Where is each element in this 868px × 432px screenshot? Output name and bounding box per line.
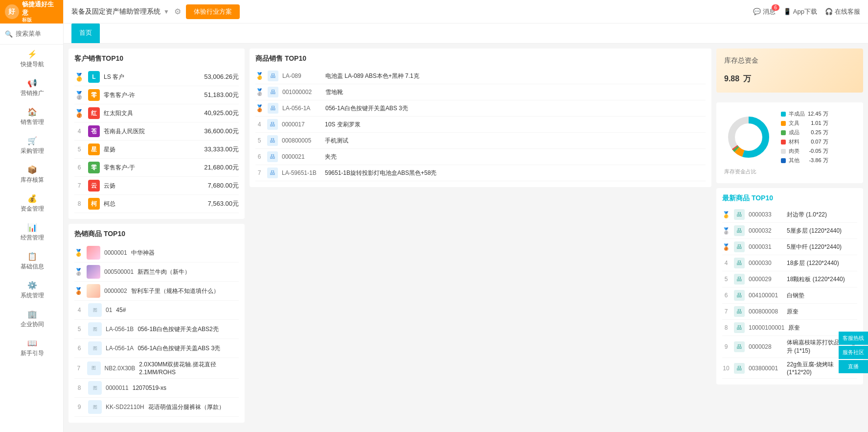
- customer-rank-item[interactable]: 7 云 云扬 7,680.00元: [74, 177, 239, 195]
- product-icon: 品: [268, 71, 278, 81]
- customer-rank-item[interactable]: 🥈 零 零售客户-许 51,183.00元: [74, 86, 239, 104]
- newest-code: 0000031: [749, 243, 783, 250]
- messages-btn[interactable]: 💬 消息 6: [753, 7, 776, 16]
- medal-icon: 🥈: [255, 88, 264, 96]
- medal-icon: 🥇: [255, 72, 264, 80]
- hot-product-item[interactable]: 7 图 NB2.0X30B 2.0X30MM双搓花轴.搓花直径2.1MM/ROH…: [74, 358, 239, 379]
- customer-list: 🥇 L LS 客户 53,006.26元 🥈 零 零售客户-许 51,183.0…: [74, 68, 239, 213]
- newest-product-item[interactable]: 🥈 品 0000032 5厘多层 (1220*2440): [722, 223, 857, 239]
- sidebar-item-system[interactable]: ⚙️ 系统管理: [0, 276, 63, 305]
- rank-number: 7: [255, 169, 263, 176]
- customer-rank-item[interactable]: 4 苍 苍南县人民医院 36,600.00元: [74, 122, 239, 141]
- system-icon: ⚙️: [27, 281, 37, 290]
- settings-icon[interactable]: ⚙: [174, 7, 181, 16]
- hot-product-item[interactable]: 5 图 LA-056-1B 056-1B白色按键开关盒ABS2壳: [74, 320, 239, 339]
- hot-code: LA-056-1B: [106, 326, 134, 333]
- product-rank-item[interactable]: 🥈 品 001000002 雪地靴: [255, 84, 706, 100]
- operation-label: 经营管理: [21, 234, 44, 242]
- sidebar-search[interactable]: 🔍 搜索菜单: [0, 24, 63, 45]
- newest-code: 10000100001: [749, 324, 784, 331]
- dropdown-icon[interactable]: ▼: [163, 8, 169, 15]
- hot-product-item[interactable]: 9 图 KK-SD22110H 花语萌值温分腿裤袜（厚款）: [74, 398, 239, 417]
- newest-product-item[interactable]: 9 品 0000028 体碗嘉枝味苏打饮品400毫升 (1*15): [722, 336, 857, 358]
- system-title: 装备及固定资产辅助管理系统: [71, 7, 160, 16]
- product-rank-item[interactable]: 6 品 0000021 夹壳: [255, 149, 706, 165]
- product-name: 电池盖 LA-089 ABS本色+黑种 7.1克: [325, 72, 706, 80]
- product-rank-item[interactable]: 4 品 0000017 10S 变刷罗浆: [255, 117, 706, 133]
- newest-product-item[interactable]: 🥉 品 0000031 5厘中纤 (1220*2440): [722, 239, 857, 255]
- inventory-unit: 万: [743, 74, 751, 83]
- sidebar-item-purchase[interactable]: 🛒 采购管理: [0, 131, 63, 160]
- rank-number: 6: [74, 164, 84, 171]
- product-list: 🥇 品 LA-089 电池盖 LA-089 ABS本色+黑种 7.1克 🥈 品 …: [255, 68, 706, 181]
- sidebar-item-guide[interactable]: 📖 新手引导: [0, 334, 63, 362]
- newest-product-item[interactable]: 8 品 10000100001 原奎: [722, 320, 857, 336]
- online-service-btn[interactable]: 🎧 在线客服: [825, 7, 860, 16]
- product-image: [87, 284, 100, 298]
- sidebar-item-quick-nav[interactable]: ⚡ 快捷导航: [0, 45, 63, 73]
- product-rank-item[interactable]: 🥇 品 LA-089 电池盖 LA-089 ABS本色+黑种 7.1克: [255, 68, 706, 84]
- newest-product-item[interactable]: 🥇 品 0000033 封边带 (1.0*22): [722, 207, 857, 223]
- newest-product-item[interactable]: 7 品 000800008 原奎: [722, 304, 857, 320]
- product-name: 59651-1B旋转投影灯电池盒ABS黑色+58壳: [325, 169, 706, 177]
- trial-btn[interactable]: 体验行业方案: [186, 4, 240, 19]
- float-btn-service[interactable]: 客服热线: [839, 332, 868, 345]
- newest-code: 004100001: [749, 292, 783, 299]
- app-download-btn[interactable]: 📱 App下载: [783, 7, 817, 16]
- hot-product-item[interactable]: 8 图 0000011 12070519-xs: [74, 379, 239, 398]
- newest-product-item[interactable]: 10 品 003800001 22g鱼豆腐-烧烤味 (1*12*20): [722, 358, 857, 379]
- messages-badge: 6: [772, 4, 779, 11]
- hot-product-item[interactable]: 🥈 000500001 新西兰牛肉（新牛）: [74, 263, 239, 282]
- sidebar-item-marketing[interactable]: 📢 营销推广: [0, 73, 63, 102]
- float-btn-community[interactable]: 服务社区: [839, 346, 868, 359]
- product-name: 雪地靴: [325, 88, 706, 96]
- medal-icon: 🥇: [722, 211, 730, 218]
- purchase-label: 采购管理: [21, 147, 44, 155]
- sidebar-item-enterprise[interactable]: 🏢 企业协同: [0, 305, 63, 334]
- newest-product-item[interactable]: 5 品 0000029 18颗粒板 (1220*2440): [722, 271, 857, 288]
- product-rank-item[interactable]: 5 品 000800005 手机测试: [255, 133, 706, 149]
- customer-avatar: 柯: [88, 198, 100, 210]
- product-placeholder: 图: [88, 303, 102, 317]
- legend-dot: [781, 149, 786, 154]
- hot-product-item[interactable]: 🥇 0000001 中华神器: [74, 243, 239, 263]
- sidebar-item-operation[interactable]: 📊 经营管理: [0, 218, 63, 247]
- customer-value: 21,680.00元: [204, 163, 239, 172]
- customer-rank-item[interactable]: 6 零 零售客户-于 21,680.00元: [74, 159, 239, 177]
- rank-number: 10: [722, 365, 730, 372]
- newest-product-item[interactable]: 4 品 0000030 18多层 (1220*2440): [722, 255, 857, 271]
- sidebar-item-inventory[interactable]: 📦 库存核算: [0, 160, 63, 189]
- basic-info-icon: 📋: [27, 252, 37, 261]
- hot-name: 056-1A白色按键开关盖ABS 3壳: [137, 344, 220, 353]
- rank-number: 5: [255, 137, 263, 144]
- product-rank-item[interactable]: 🥉 品 LA-056-1A 056-1A白色按键开关盖ABS 3壳: [255, 100, 706, 117]
- mobile-icon: 📱: [783, 8, 791, 15]
- newest-products-title: 最新商品 TOP10: [722, 194, 857, 203]
- search-menu-btn[interactable]: 🔍 搜索菜单: [5, 27, 58, 40]
- newest-top-label: TOP10: [752, 194, 773, 202]
- tab-home[interactable]: 首页: [71, 24, 100, 43]
- newest-product-item[interactable]: 6 品 004100001 白钢垫: [722, 288, 857, 304]
- hot-product-item[interactable]: 4 图 01 45#: [74, 301, 239, 320]
- float-btn-live[interactable]: 直播: [839, 360, 868, 373]
- customer-rank-item[interactable]: 🥉 红 红太阳文具 40,925.00元: [74, 104, 239, 122]
- product-rank-item[interactable]: 7 品 LA-59651-1B 59651-1B旋转投影灯电池盒ABS黑色+58…: [255, 165, 706, 181]
- content-area: 客户销售TOP10 🥇 L LS 客户 53,006.26元 🥈 零 零售客户-…: [64, 44, 868, 432]
- customer-rank-item[interactable]: 🥇 L LS 客户 53,006.26元: [74, 68, 239, 86]
- hot-product-item[interactable]: 🥉 0000002 智利车子里（规格不知道填什么）: [74, 282, 239, 301]
- message-icon: 💬: [753, 8, 761, 15]
- quick-nav-label: 快捷导航: [21, 60, 44, 69]
- customer-rank-item[interactable]: 8 柯 柯总 7,563.00元: [74, 195, 239, 213]
- customer-rank-item[interactable]: 5 星 星扬 33,333.00元: [74, 141, 239, 159]
- hot-product-item[interactable]: 6 图 LA-056-1A 056-1A白色按键开关盖ABS 3壳: [74, 339, 239, 358]
- newest-title-text: 最新商品: [722, 194, 750, 202]
- product-icon: 品: [268, 103, 278, 114]
- medal-silver-icon: 🥈: [74, 91, 84, 100]
- hot-code: 000500001: [104, 268, 134, 275]
- sidebar-item-basic-info[interactable]: 📋 基础信息: [0, 247, 63, 276]
- float-panel: 客服热线 服务社区 直播: [839, 332, 868, 373]
- donut-chart: [724, 113, 773, 162]
- sidebar-item-finance[interactable]: 💰 资金管理: [0, 189, 63, 218]
- product-name: 056-1A白色按键开关盖ABS 3壳: [325, 104, 706, 113]
- sidebar-item-sales[interactable]: 🏠 销售管理: [0, 102, 63, 131]
